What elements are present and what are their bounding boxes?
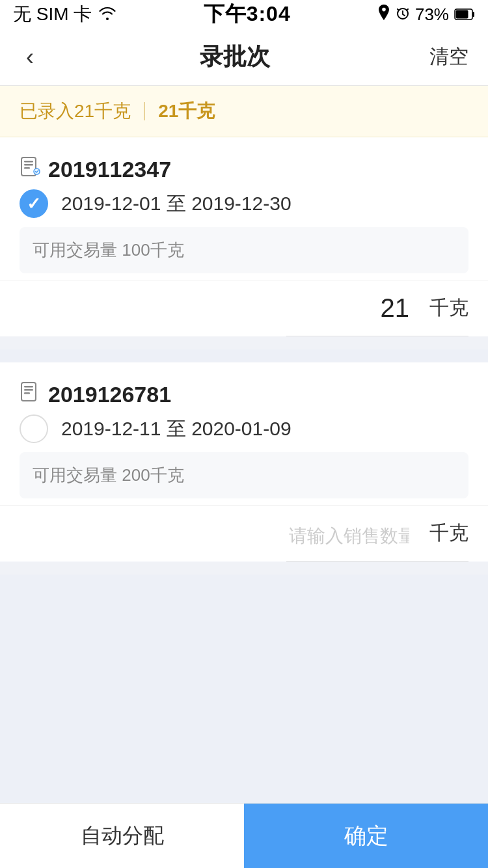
quantity-unit-2: 千克 <box>429 520 468 547</box>
wifi-icon <box>98 4 116 25</box>
batch-avail-1: 可用交易量 100千克 <box>20 227 468 273</box>
nav-bar: ‹ 录批次 清空 <box>0 29 488 86</box>
svg-rect-6 <box>24 164 33 166</box>
quantity-row-1: 千克 <box>0 280 488 336</box>
battery-text: 73% <box>415 5 449 25</box>
batch-card-1: 2019112347 2019-12-01 至 2019-12-30 可用交易量… <box>0 137 488 336</box>
svg-rect-10 <box>24 386 33 388</box>
battery-icon <box>454 5 475 25</box>
batch-date-row-1: 2019-12-01 至 2019-12-30 <box>0 189 488 227</box>
batch-date-1: 2019-12-01 至 2019-12-30 <box>61 191 291 217</box>
status-left: 无 SIM 卡 <box>13 2 116 27</box>
confirm-button[interactable]: 确定 <box>244 804 488 868</box>
batch-checkbox-1[interactable] <box>20 189 48 218</box>
footer: 自动分配 确定 <box>0 803 488 868</box>
page-title: 录批次 <box>200 41 270 73</box>
card-divider <box>0 349 488 362</box>
batch-id-1: 2019112347 <box>48 157 171 182</box>
svg-rect-2 <box>472 12 474 17</box>
summary-divider <box>144 102 145 120</box>
alarm-icon <box>396 5 410 25</box>
location-icon <box>377 5 390 25</box>
svg-rect-5 <box>24 161 33 163</box>
back-button[interactable]: ‹ <box>20 37 40 77</box>
batch-doc-icon-2 <box>20 381 42 408</box>
auto-distribute-button[interactable]: 自动分配 <box>0 804 244 868</box>
batch-date-row-2: 2019-12-11 至 2020-01-09 <box>0 414 488 452</box>
svg-rect-7 <box>24 167 30 169</box>
batch-doc-icon-1 <box>20 156 42 183</box>
batch-header-2: 2019126781 <box>0 362 488 414</box>
summary-amount: 21千克 <box>158 99 215 124</box>
svg-rect-9 <box>21 383 36 401</box>
quantity-underline-1 <box>286 336 468 336</box>
quantity-row-2: 千克 <box>0 505 488 561</box>
quantity-underline-2 <box>286 561 468 562</box>
svg-rect-4 <box>21 157 36 176</box>
summary-label: 已录入21千克 <box>20 99 131 124</box>
status-bar: 无 SIM 卡 下午3:04 73% <box>0 0 488 29</box>
batch-checkbox-2[interactable] <box>20 414 48 443</box>
svg-rect-11 <box>24 389 33 391</box>
status-time: 下午3:04 <box>204 0 291 29</box>
svg-rect-3 <box>456 10 468 18</box>
quantity-input-2[interactable] <box>289 519 419 548</box>
summary-banner: 已录入21千克 21千克 <box>0 86 488 137</box>
batch-card-2: 2019126781 2019-12-11 至 2020-01-09 可用交易量… <box>0 362 488 562</box>
page-content: 已录入21千克 21千克 2019112347 2019-12-01 至 201… <box>0 86 488 868</box>
status-right: 73% <box>377 5 475 25</box>
clear-button[interactable]: 清空 <box>429 44 468 70</box>
quantity-input-1[interactable] <box>289 293 419 323</box>
batch-header-1: 2019112347 <box>0 137 488 189</box>
batch-id-2: 2019126781 <box>48 382 171 407</box>
batch-avail-2: 可用交易量 200千克 <box>20 452 468 498</box>
batch-date-2: 2019-12-11 至 2020-01-09 <box>61 416 291 442</box>
carrier-text: 无 SIM 卡 <box>13 2 92 27</box>
quantity-unit-1: 千克 <box>429 295 468 321</box>
svg-rect-12 <box>24 392 30 394</box>
